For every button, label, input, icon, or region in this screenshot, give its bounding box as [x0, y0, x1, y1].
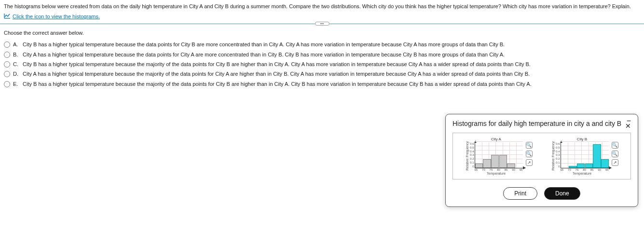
done-button[interactable]: Done: [544, 187, 580, 200]
bar: [507, 164, 515, 168]
choice-e[interactable]: E. City B has a higher typical temperatu…: [4, 79, 640, 89]
chart-city-b: Relative Frequency City B 0.60.50.40.30.…: [551, 137, 618, 175]
xlabel-b: Temperature: [556, 172, 609, 175]
chart-title-a: City A: [470, 137, 523, 141]
xticks-b: 65707580859095: [561, 168, 609, 171]
bar: [593, 144, 601, 168]
choice-letter: C.: [13, 61, 20, 68]
histogram-popup: Histograms for daily high temperature in…: [445, 114, 638, 207]
yticks-a: 0.60.50.40.30.20.10: [469, 142, 474, 168]
radio-d[interactable]: [4, 71, 10, 77]
popup-title: Histograms for daily high temperature in…: [452, 119, 622, 128]
radio-b[interactable]: [4, 52, 10, 58]
choice-letter: A.: [13, 41, 20, 48]
ylabel-b: Relative Frequency: [551, 141, 555, 170]
bar: [491, 155, 499, 168]
radio-c[interactable]: [4, 61, 10, 68]
choice-text: City B has a higher typical temperature …: [23, 61, 531, 68]
open-new-icon[interactable]: ↗: [526, 159, 533, 166]
zoom-in-icon[interactable]: 🔍: [526, 142, 533, 149]
bar: [483, 159, 491, 168]
bar: [585, 164, 593, 168]
view-histograms-link[interactable]: Click the icon to view the histograms.: [13, 14, 100, 19]
bar: [569, 166, 577, 168]
choice-letter: B.: [13, 51, 20, 58]
histogram-link-row: Click the icon to view the histograms.: [0, 12, 644, 23]
radio-e[interactable]: [4, 81, 10, 87]
choice-letter: E.: [13, 81, 20, 87]
chart-title-b: City B: [556, 137, 609, 141]
print-button[interactable]: Print: [503, 187, 537, 200]
choice-a[interactable]: A. City B has a higher typical temperatu…: [4, 40, 640, 49]
axes-a: 0.60.50.40.30.20.10 ▲ ▶: [475, 142, 523, 168]
choice-text: City A has a higher typical temperature …: [23, 51, 505, 58]
yticks-b: 0.60.50.40.30.20.10: [555, 142, 560, 168]
choice-letter: D.: [13, 70, 20, 77]
choice-text: City B has a higher typical temperature …: [23, 81, 532, 87]
xlabel-a: Temperature: [470, 172, 523, 175]
radio-a[interactable]: [4, 41, 10, 48]
question-text: The histograms below were created from d…: [0, 0, 644, 12]
zoom-out-icon[interactable]: 🔍: [612, 151, 618, 157]
close-icon[interactable]: ✕: [625, 123, 631, 129]
bar: [499, 155, 507, 168]
bar: [577, 164, 585, 168]
open-new-icon[interactable]: ↗: [612, 159, 618, 166]
choices-group: A. City B has a higher typical temperatu…: [0, 40, 644, 88]
choice-c[interactable]: C. City B has a higher typical temperatu…: [4, 59, 640, 69]
expand-handle[interactable]: •••: [315, 22, 329, 26]
bar: [475, 164, 483, 168]
bar: [601, 159, 609, 168]
choice-b[interactable]: B. City A has a higher typical temperatu…: [4, 50, 640, 59]
xticks-a: 65707580859095: [475, 168, 523, 171]
choice-d[interactable]: D. City A has a higher typical temperatu…: [4, 69, 640, 79]
zoom-in-icon[interactable]: 🔍: [612, 142, 618, 149]
axes-b: 0.60.50.40.30.20.10 ▲ ▶: [561, 142, 609, 168]
ylabel-a: Relative Frequency: [466, 141, 469, 170]
zoom-out-icon[interactable]: 🔍: [526, 151, 533, 157]
answer-prompt: Choose the correct answer below.: [0, 25, 644, 40]
choice-text: City B has a higher typical temperature …: [23, 41, 505, 48]
chart-city-a: Relative Frequency City A 0.60.50.40.30.…: [466, 137, 533, 175]
chart-icon: [4, 13, 11, 20]
choice-text: City A has a higher typical temperature …: [23, 70, 530, 77]
charts-frame: Relative Frequency City A 0.60.50.40.30.…: [452, 133, 631, 179]
